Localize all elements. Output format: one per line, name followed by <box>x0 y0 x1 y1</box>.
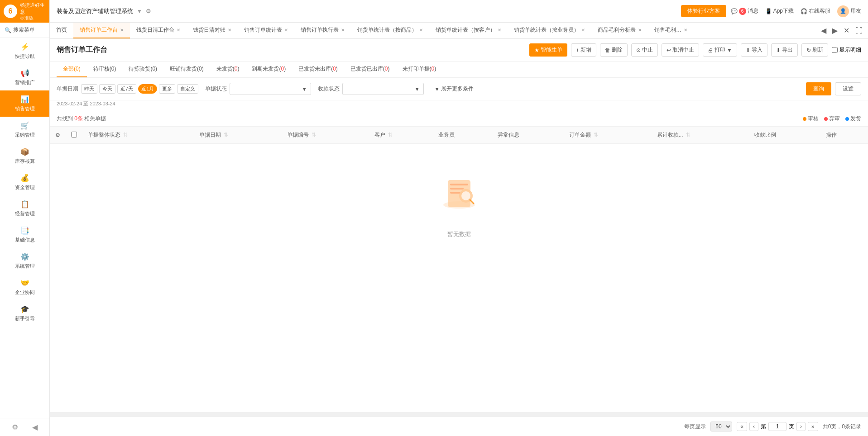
tab-close-btn[interactable]: ✕ <box>842 25 851 36</box>
query-btn[interactable]: 查询 <box>806 82 831 95</box>
close-tab-1[interactable]: ✕ <box>120 28 124 33</box>
collapse-icon[interactable]: ◀ <box>32 423 38 431</box>
import-btn[interactable]: ⬆ 导入 <box>741 43 767 57</box>
subtab-shipped-not-out[interactable]: 已发货未出库(0) <box>292 62 344 77</box>
tab-prev-btn[interactable]: ◀ <box>819 25 828 36</box>
table-scroll[interactable]: ⚙ 单据整体状态 ⇅ 单据日期 ⇅ <box>50 127 868 412</box>
date-btn-7days[interactable]: 近7天 <box>117 84 136 94</box>
tab-sales-order[interactable]: 销售订单工作台 ✕ <box>73 23 130 38</box>
tab-home[interactable]: 首页 <box>50 23 73 38</box>
smart-create-btn[interactable]: ★ 智能生单 <box>529 43 567 57</box>
per-page-select[interactable]: 50 <box>710 422 732 431</box>
tab-sales-customer[interactable]: 销货单统计表（按客户） ✕ <box>429 23 508 38</box>
show-detail-checkbox[interactable] <box>832 47 838 53</box>
prev-page-btn[interactable]: ‹ <box>749 422 758 431</box>
payment-select[interactable]: ▼ <box>342 83 424 95</box>
page-input[interactable] <box>768 422 786 431</box>
tab-gross-margin[interactable]: 商品毛利分析表 ✕ <box>591 23 648 38</box>
subtab-shipped-out[interactable]: 已发货已出库(0) <box>344 62 396 77</box>
stop-icon: ⊙ <box>636 47 641 53</box>
tab-sales-staff[interactable]: 销货单统计表（按业务员） ✕ <box>508 23 591 38</box>
delete-btn[interactable]: 🗑 删除 <box>600 43 628 57</box>
app-download-action[interactable]: 📱 App下载 <box>765 7 794 15</box>
date-btn-more[interactable]: 更多 <box>159 84 175 94</box>
sort-amount-icon[interactable]: ⇅ <box>594 132 598 138</box>
sort-date-icon[interactable]: ⇅ <box>224 132 228 138</box>
tab-sales-profit[interactable]: 销售毛利… ✕ <box>648 23 694 38</box>
sidebar-item-marketing[interactable]: 📢 营销推广 <box>0 64 49 90</box>
th-settings[interactable]: ⚙ <box>50 127 66 144</box>
close-tab-3[interactable]: ✕ <box>228 28 231 33</box>
sidebar-item-sales[interactable]: 📊 销售管理 <box>0 90 49 117</box>
close-tab-9[interactable]: ✕ <box>638 28 642 33</box>
tab-next-btn[interactable]: ▶ <box>830 25 839 36</box>
stop-btn[interactable]: ⊙ 中止 <box>631 43 658 57</box>
sort-customer-icon[interactable]: ⇅ <box>388 132 393 138</box>
subtab-not-printed[interactable]: 未打印单据(0) <box>396 62 443 77</box>
user-action[interactable]: 👤 用友 <box>837 5 861 17</box>
subtab-overdue[interactable]: 到期未发货(0) <box>245 62 292 77</box>
subtab-wangpu[interactable]: 旺铺待发货(0) <box>163 62 210 77</box>
settings-icon[interactable]: ⚙ <box>12 423 18 431</box>
message-action[interactable]: 💬 6 消息 <box>731 7 758 15</box>
gear-icon[interactable]: ⚙ <box>146 8 151 14</box>
th-checkbox[interactable] <box>66 127 82 144</box>
expand-btn[interactable]: ▼ 展开更多条件 <box>431 83 477 95</box>
horizontal-scrollbar[interactable] <box>50 412 868 417</box>
next-page-btn[interactable]: › <box>796 422 806 431</box>
sidebar-item-inventory[interactable]: 📦 库存核算 <box>0 143 49 169</box>
audit-action[interactable]: 审核 <box>803 115 819 123</box>
tab-sales-stats[interactable]: 销售订单统计表 ✕ <box>238 23 294 38</box>
select-all-checkbox[interactable] <box>71 132 77 137</box>
tab-fullscreen-btn[interactable]: ⛶ <box>854 26 864 36</box>
column-settings-icon[interactable]: ⚙ <box>55 132 60 138</box>
tab-sales-product[interactable]: 销货单统计表（按商品） ✕ <box>351 23 429 38</box>
sidebar-item-system[interactable]: ⚙️ 系统管理 <box>0 248 49 274</box>
date-btn-yesterday[interactable]: 昨天 <box>81 84 97 94</box>
close-tab-10[interactable]: ✕ <box>684 28 687 33</box>
unaudit-action[interactable]: 弃审 <box>824 115 840 123</box>
sort-collected-icon[interactable]: ⇅ <box>686 132 691 138</box>
date-btn-today[interactable]: 今天 <box>99 84 115 94</box>
first-page-btn[interactable]: « <box>737 422 747 431</box>
deliver-action[interactable]: 发货 <box>845 115 861 123</box>
date-btn-month[interactable]: 近1月 <box>138 84 157 94</box>
show-detail-label[interactable]: 显示明细 <box>832 46 861 54</box>
subtab-undelivered[interactable]: 未发货(0) <box>210 62 246 77</box>
sidebar-item-quick-nav[interactable]: ⚡ 快捷导航 <box>0 38 49 64</box>
add-btn[interactable]: + 新增 <box>571 43 596 57</box>
marketing-icon: 📢 <box>20 69 29 77</box>
sort-status-icon[interactable]: ⇅ <box>123 132 128 138</box>
close-tab-6[interactable]: ✕ <box>419 28 423 33</box>
close-tab-2[interactable]: ✕ <box>177 28 180 33</box>
sidebar-item-guide[interactable]: 🎓 新手引导 <box>0 300 49 327</box>
tab-daily-reconcile[interactable]: 钱货日清对账 ✕ <box>187 23 238 38</box>
sidebar-item-operations[interactable]: 📋 经营管理 <box>0 195 49 222</box>
subtab-all[interactable]: 全部(0) <box>57 62 87 77</box>
export-btn[interactable]: ⬇ 导出 <box>771 43 798 57</box>
online-service-action[interactable]: 🎧 在线客服 <box>801 7 830 15</box>
last-page-btn[interactable]: » <box>808 422 818 431</box>
empty-illustration <box>436 171 482 216</box>
sidebar-search[interactable]: 🔍 搜索菜单 <box>0 23 49 38</box>
close-tab-5[interactable]: ✕ <box>341 28 345 33</box>
close-tab-4[interactable]: ✕ <box>284 28 288 33</box>
tab-daily-clear[interactable]: 钱货日清工作台 ✕ <box>130 23 187 38</box>
status-select[interactable]: ▼ <box>230 83 311 95</box>
industry-btn[interactable]: 体验行业方案 <box>681 5 726 17</box>
sidebar-item-basic-info[interactable]: 📑 基础信息 <box>0 222 49 248</box>
cancel-stop-btn[interactable]: ↩ 取消中止 <box>662 43 699 57</box>
close-tab-8[interactable]: ✕ <box>581 28 585 33</box>
sort-number-icon[interactable]: ⇅ <box>312 132 316 138</box>
sidebar-item-purchase[interactable]: 🛒 采购管理 <box>0 117 49 143</box>
subtab-pending-check[interactable]: 待拣验货(0) <box>122 62 163 77</box>
subtab-pending-audit[interactable]: 待审核(0) <box>87 62 123 77</box>
date-btn-custom[interactable]: 自定义 <box>177 84 198 94</box>
close-tab-7[interactable]: ✕ <box>498 28 501 33</box>
refresh-btn[interactable]: ↻ 刷新 <box>801 43 828 57</box>
sidebar-item-enterprise[interactable]: 🤝 企业协同 <box>0 274 49 300</box>
set-btn[interactable]: 设置 <box>835 82 861 95</box>
tab-sales-exec[interactable]: 销售订单执行表 ✕ <box>294 23 351 38</box>
print-btn[interactable]: 🖨 打印 ▼ <box>703 43 737 57</box>
sidebar-item-finance[interactable]: 💰 资金管理 <box>0 169 49 195</box>
